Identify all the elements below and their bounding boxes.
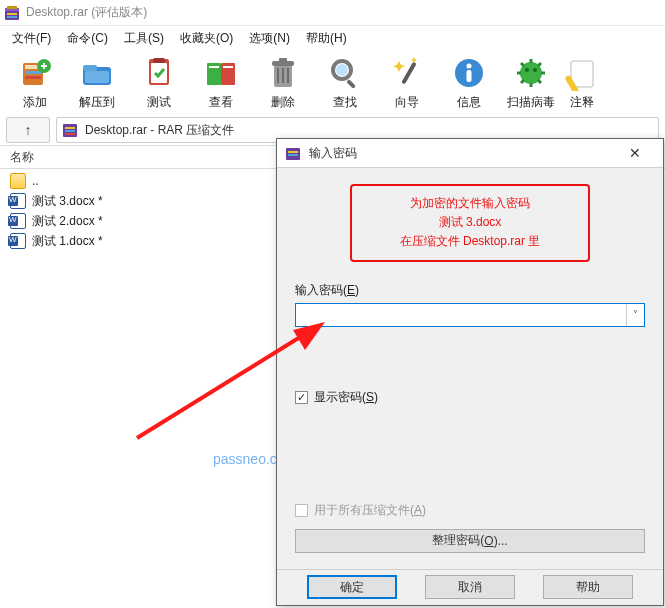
tool-info[interactable]: 信息 <box>438 54 500 114</box>
tool-comment[interactable]: 注释 <box>562 54 602 114</box>
tool-wizard[interactable]: 向导 <box>376 54 438 114</box>
address-text: Desktop.rar - RAR 压缩文件 <box>85 122 234 139</box>
app-icon <box>4 5 20 21</box>
svg-rect-30 <box>346 79 356 89</box>
apply-all-checkbox[interactable]: 用于所有压缩文件(A) <box>295 502 645 519</box>
svg-rect-13 <box>83 65 97 71</box>
svg-rect-27 <box>287 68 289 83</box>
password-label: 输入密码(E) <box>295 282 645 299</box>
svg-marker-32 <box>393 61 405 72</box>
svg-point-29 <box>336 64 348 76</box>
svg-rect-25 <box>277 68 279 83</box>
menubar: 文件(F) 命令(C) 工具(S) 收藏夹(O) 选项(N) 帮助(H) <box>0 26 665 51</box>
svg-line-45 <box>538 80 541 83</box>
cancel-button[interactable]: 取消 <box>425 575 515 599</box>
view-icon <box>202 54 240 92</box>
add-icon <box>16 54 54 92</box>
tool-delete[interactable]: 删除 <box>252 54 314 114</box>
show-password-checkbox[interactable]: ✓ 显示密码(S) <box>295 389 645 406</box>
password-combo: ˅ <box>295 303 645 327</box>
up-button[interactable]: ↑ <box>6 117 50 143</box>
svg-rect-36 <box>467 70 472 82</box>
window-title: Desktop.rar (评估版本) <box>26 4 147 21</box>
checkbox-checked-icon: ✓ <box>295 391 308 404</box>
svg-rect-31 <box>401 62 416 85</box>
menu-options[interactable]: 选项(N) <box>241 27 298 50</box>
dialog-titlebar[interactable]: 输入密码 ✕ <box>277 139 663 168</box>
password-dropdown-button[interactable]: ˅ <box>626 304 644 326</box>
svg-marker-33 <box>411 57 417 63</box>
svg-point-38 <box>525 68 529 72</box>
dialog-notice: 为加密的文件输入密码 测试 3.docx 在压缩文件 Desktop.rar 里 <box>350 184 590 262</box>
svg-rect-2 <box>7 6 17 9</box>
password-input[interactable] <box>296 304 626 326</box>
svg-line-46 <box>538 63 541 66</box>
tool-virus[interactable]: 扫描病毒 <box>500 54 562 114</box>
password-dialog: 输入密码 ✕ 为加密的文件输入密码 测试 3.docx 在压缩文件 Deskto… <box>276 138 664 606</box>
svg-rect-17 <box>153 58 165 63</box>
svg-line-44 <box>521 63 524 66</box>
close-icon: ✕ <box>629 145 641 161</box>
menu-tools[interactable]: 工具(S) <box>116 27 172 50</box>
wizard-icon <box>388 54 426 92</box>
dialog-icon <box>285 145 301 161</box>
svg-rect-3 <box>7 13 17 15</box>
svg-point-39 <box>533 68 537 72</box>
apply-all-label: 用于所有压缩文件(A) <box>314 502 426 519</box>
test-icon <box>140 54 178 92</box>
toolbar: 添加 解压到 测试 查看 删除 查找 向导 <box>0 51 665 115</box>
svg-rect-55 <box>288 151 298 153</box>
dialog-title: 输入密码 <box>309 145 607 162</box>
delete-icon <box>264 54 302 92</box>
svg-rect-7 <box>25 71 41 74</box>
svg-rect-21 <box>223 66 233 68</box>
up-arrow-icon: ↑ <box>25 122 32 138</box>
docx-icon <box>10 213 26 229</box>
tool-view[interactable]: 查看 <box>190 54 252 114</box>
notice-line1: 为加密的文件输入密码 <box>362 194 578 213</box>
tool-add[interactable]: 添加 <box>4 54 66 114</box>
titlebar: Desktop.rar (评估版本) <box>0 0 665 26</box>
svg-line-47 <box>521 80 524 83</box>
svg-rect-20 <box>209 66 219 68</box>
notice-line2: 测试 3.docx <box>362 213 578 232</box>
show-password-label: 显示密码(S) <box>314 389 378 406</box>
dialog-button-row: 确定 取消 帮助 <box>277 569 663 605</box>
tool-find[interactable]: 查找 <box>314 54 376 114</box>
notice-line3: 在压缩文件 Desktop.rar 里 <box>362 232 578 251</box>
menu-help[interactable]: 帮助(H) <box>298 27 355 50</box>
svg-rect-52 <box>65 130 75 132</box>
tool-extract[interactable]: 解压到 <box>66 54 128 114</box>
svg-point-35 <box>467 64 472 69</box>
find-icon <box>326 54 364 92</box>
comment-icon <box>563 54 601 92</box>
svg-rect-53 <box>65 133 75 135</box>
extract-icon <box>78 54 116 92</box>
svg-rect-24 <box>279 58 287 62</box>
virus-icon <box>512 54 550 92</box>
dialog-close-button[interactable]: ✕ <box>615 139 655 167</box>
info-icon <box>450 54 488 92</box>
tool-test[interactable]: 测试 <box>128 54 190 114</box>
column-name[interactable]: 名称 <box>0 149 44 166</box>
menu-favorites[interactable]: 收藏夹(O) <box>172 27 241 50</box>
svg-rect-14 <box>85 71 109 83</box>
svg-rect-26 <box>282 68 284 83</box>
ok-button[interactable]: 确定 <box>307 575 397 599</box>
checkbox-unchecked-icon <box>295 504 308 517</box>
svg-rect-11 <box>43 63 45 69</box>
svg-rect-8 <box>25 76 41 79</box>
folder-up-icon <box>10 173 26 189</box>
docx-icon <box>10 233 26 249</box>
menu-commands[interactable]: 命令(C) <box>59 27 116 50</box>
archive-icon <box>61 121 79 139</box>
chevron-down-icon: ˅ <box>633 309 638 320</box>
svg-rect-4 <box>7 16 17 18</box>
dialog-body: 为加密的文件输入密码 测试 3.docx 在压缩文件 Desktop.rar 里… <box>277 168 663 569</box>
help-button[interactable]: 帮助 <box>543 575 633 599</box>
manage-passwords-button[interactable]: 整理密码(O)... <box>295 529 645 553</box>
watermark: passneo.cn <box>213 451 285 467</box>
menu-file[interactable]: 文件(F) <box>4 27 59 50</box>
svg-rect-56 <box>288 154 298 156</box>
svg-rect-51 <box>65 127 75 129</box>
